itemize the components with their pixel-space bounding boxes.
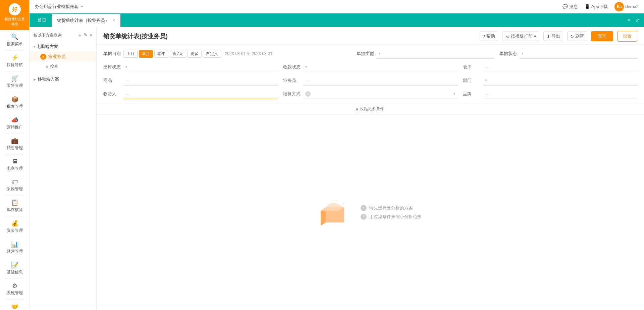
sidebar-item-7[interactable]: 🏷采购管理 (5, 175, 24, 196)
sidebar-logo-version: 标版 (11, 22, 18, 27)
settle-label: 结算方式 (283, 91, 301, 97)
date-option-1[interactable]: 本月 (139, 50, 153, 58)
date-option-3[interactable]: 近7天 (170, 50, 186, 58)
print-icon: 🖨 (505, 34, 509, 39)
user-name: demo2 (625, 4, 639, 9)
brand-filter-item: 品牌 ··· (463, 89, 637, 99)
desktop-parent[interactable]: ▾ 电脑端方案 (30, 42, 96, 52)
current-app-name[interactable]: 办公用品行业模拟账套 (35, 4, 78, 10)
sidebar-item-6[interactable]: 🖥电商管理 (5, 155, 24, 175)
sidebar-logo[interactable]: 好 畅捷通好生意 标版 (0, 0, 30, 30)
sidebar-item-11[interactable]: 📝基础信息 (5, 258, 24, 279)
mobile-parent[interactable]: ▶ 移动端方案 (30, 74, 96, 84)
settings-button[interactable]: 设置 (617, 31, 637, 42)
out-status-input[interactable]: ▾ (123, 62, 278, 72)
panel-edit-icon[interactable]: ✎ (84, 32, 88, 38)
sidebar-item-12[interactable]: ⚙系统管理 (5, 279, 24, 300)
date-options: 上月本月本年近7天更多自定义 (123, 50, 221, 58)
warehouse-input[interactable]: ··· (483, 62, 637, 72)
content: 按以下方案查询 + ✎ « ▾ 电脑端方案 ● 按业务员 (30, 27, 644, 310)
avatar: Ea (614, 2, 624, 11)
warehouse-label: 仓库 (463, 64, 480, 70)
mobile-section: ▶ 移动端方案 (30, 73, 96, 86)
collect-status-label: 收款状态 (283, 64, 301, 70)
filter-row-2: 出库状态 ▾ 收款状态 ▾ 仓库 ··· (103, 62, 637, 72)
tab-minimize-icon[interactable]: × (626, 16, 632, 24)
panel-add-icon[interactable]: + (78, 32, 82, 38)
sidebar-item-icon-9: 💰 (11, 220, 18, 227)
desktop-section: ▾ 电脑端方案 ● 按业务员 ⠿ 按单 (30, 40, 96, 73)
dropdown-arrow-icon[interactable]: ▾ (81, 5, 83, 8)
by-doc-item[interactable]: ⠿ 按单 (30, 62, 96, 71)
settle-input[interactable]: × ▾ (303, 89, 458, 99)
product-input[interactable]: ··· (123, 75, 278, 86)
collapse-row[interactable]: ∧ 收起更多条件 (97, 103, 644, 115)
brand-dots-icon: ··· (485, 91, 490, 97)
page-header: 销货单统计表(按业务员) ? 帮助 🖨 按模板打印 ▾ ⬇ 导出 (97, 27, 644, 45)
sidebar-item-8[interactable]: 📋库存核算 (5, 196, 24, 216)
mobile-label: 移动端方案 (38, 76, 59, 82)
collect-status-filter-item: 收款状态 ▾ (283, 62, 458, 72)
settle-clear-icon[interactable]: × (305, 91, 311, 97)
sidebar-item-4[interactable]: 📣营销推广 (5, 113, 24, 134)
sidebar-item-0[interactable]: 🔍搜索菜单 (5, 30, 24, 51)
help-icon: ? (483, 34, 485, 39)
salesperson-input[interactable]: ··· (303, 75, 458, 86)
page-actions: ? 帮助 🖨 按模板打印 ▾ ⬇ 导出 ↻ 刷新 (480, 31, 637, 42)
date-option-0[interactable]: 上月 (123, 50, 138, 58)
home-tab[interactable]: 首页 (32, 13, 52, 27)
topbar: 办公用品行业模拟账套 ▾ 💬 消息 📱 App下载 Ea demo2 (30, 0, 644, 13)
sidebar: 好 畅捷通好生意 标版 🔍搜索菜单⚡快捷导航🛒零售管理📦批发管理📣营销推广💼销售… (0, 0, 30, 310)
brand-input[interactable]: ··· (483, 89, 637, 99)
date-option-4[interactable]: 更多 (187, 50, 202, 58)
sidebar-item-13[interactable]: 🤝企业协同 (5, 300, 24, 310)
dept-input[interactable]: ▾ (483, 75, 637, 86)
sidebar-item-3[interactable]: 📦批发管理 (5, 92, 24, 113)
sidebar-item-5[interactable]: 💼销售管理 (5, 134, 24, 155)
doc-status-input[interactable]: ▾ (520, 49, 637, 59)
message-icon: 💬 (562, 4, 568, 9)
by-doc-label: 按单 (50, 64, 58, 69)
receiver-dots-icon: ··· (125, 91, 130, 97)
message-button[interactable]: 💬 消息 (562, 4, 578, 10)
doc-type-input[interactable]: ▾ (377, 49, 494, 59)
help-label: 帮助 (486, 33, 495, 39)
filter-form: 单据日期 上月本月本年近7天更多自定义 2023-03-01 至 2023-03… (97, 45, 644, 103)
refresh-button[interactable]: ↻ 刷新 (567, 32, 587, 41)
query-button[interactable]: 查询 (591, 31, 613, 41)
box-svg: ↑ ✦ ✦ (319, 196, 353, 229)
right-panel: 销货单统计表(按业务员) ? 帮助 🖨 按模板打印 ▾ ⬇ 导出 (97, 27, 644, 310)
desktop-label: 电脑端方案 (37, 44, 58, 50)
receiver-input[interactable]: ··· (123, 89, 278, 99)
collect-status-input[interactable]: ▾ (303, 62, 458, 72)
user-area[interactable]: Ea demo2 (614, 2, 639, 11)
active-tab[interactable]: 销货单统计表（按业务员） × (52, 14, 120, 27)
date-option-2[interactable]: 本年 (154, 50, 168, 58)
help-button[interactable]: ? 帮助 (480, 32, 498, 41)
sidebar-item-10[interactable]: 📊经营管理 (5, 237, 24, 258)
refresh-label: 刷新 (575, 33, 584, 39)
sidebar-item-icon-7: 🏷 (12, 178, 18, 186)
desktop-arrow-icon: ▾ (34, 45, 35, 49)
collect-status-arrow-icon: ▾ (305, 65, 307, 69)
by-salesperson-item[interactable]: ● 按业务员 (30, 52, 96, 62)
export-button[interactable]: ⬇ 导出 (543, 32, 563, 41)
topbar-right: 💬 消息 📱 App下载 Ea demo2 (562, 2, 639, 11)
sidebar-item-label-1: 快捷导航 (7, 62, 23, 68)
panel-collapse-icon[interactable]: « (90, 32, 92, 38)
svg-text:✦: ✦ (342, 202, 344, 206)
sidebar-item-icon-0: 🔍 (11, 33, 18, 41)
svg-text:↑: ↑ (336, 198, 339, 203)
sidebar-item-9[interactable]: 💰资金管理 (5, 216, 24, 237)
sidebar-item-2[interactable]: 🛒零售管理 (5, 71, 24, 92)
receiver-label: 收货人 (103, 91, 121, 97)
app-download-button[interactable]: 📱 App下载 (585, 4, 608, 10)
print-button[interactable]: 🖨 按模板打印 ▾ (502, 32, 539, 41)
tab-maximize-icon[interactable]: ⤢ (634, 16, 641, 25)
app-download-label: App下载 (591, 4, 608, 10)
sidebar-item-1[interactable]: ⚡快捷导航 (5, 51, 24, 71)
print-dropdown-icon: ▾ (534, 34, 536, 39)
date-option-5[interactable]: 自定义 (203, 50, 221, 58)
salesperson-filter-item: 业务员 ··· (283, 75, 458, 86)
tab-close-icon[interactable]: × (113, 18, 115, 23)
